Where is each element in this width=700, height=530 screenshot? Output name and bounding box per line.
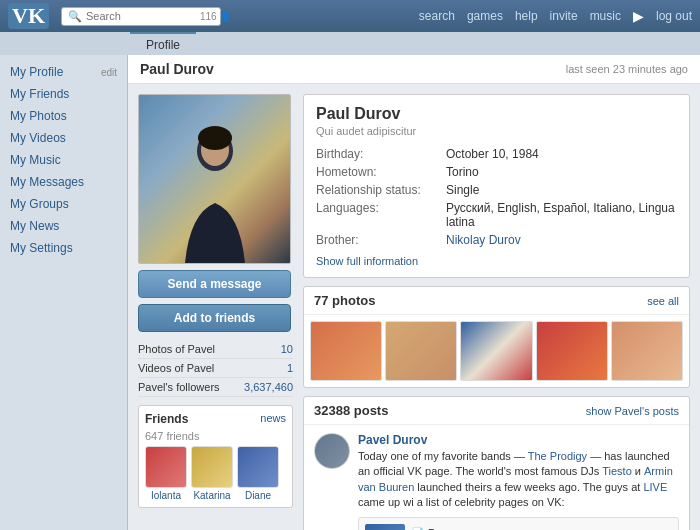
info-hometown: Hometown: Torino (316, 163, 677, 181)
live-link[interactable]: LIVE (643, 481, 667, 493)
info-table: Birthday: October 10, 1984 Hometown: Tor… (316, 145, 677, 249)
info-card: Paul Durov Qui audet adipiscitur Birthda… (303, 94, 690, 278)
shared-post-info: 📄 Page Celebrities on VK Artists, Musici… (411, 524, 558, 530)
profile-tab-bar: Profile (0, 32, 700, 55)
photos-header: 77 photos see all (304, 287, 689, 315)
nav-search[interactable]: search (419, 9, 455, 23)
info-languages: Languages: Русский, English, Español, It… (316, 199, 677, 231)
content-area: Paul Durov last seen 23 minutes ago (128, 55, 700, 530)
post-author[interactable]: Pavel Durov (358, 433, 679, 447)
photo-thumb-4[interactable] (536, 321, 608, 381)
friend-name-3: Diane (237, 490, 279, 501)
right-column: Paul Durov Qui audet adipiscitur Birthda… (303, 94, 690, 530)
posts-count: 32388 posts (314, 403, 388, 418)
person-icon: 👤 (219, 11, 231, 22)
photo-thumb-5[interactable] (611, 321, 683, 381)
post-text: Today one of my favorite bands — The Pro… (358, 449, 679, 511)
shared-post[interactable]: 📄 Page Celebrities on VK Artists, Musici… (358, 517, 679, 530)
stat-photos: Photos of Pavel 10 (138, 340, 293, 359)
play-icon: ▶ (633, 8, 644, 24)
nav-music[interactable]: music (590, 9, 621, 23)
nav-help[interactable]: help (515, 9, 538, 23)
send-message-button[interactable]: Send a message (138, 270, 291, 298)
sidebar-item-mymessages[interactable]: My Messages (0, 171, 127, 193)
photos-card: 77 photos see all (303, 286, 690, 388)
photos-count: 77 photos (314, 293, 375, 308)
profile-body: Send a message Add to friends Photos of … (128, 84, 700, 530)
brother-link[interactable]: Nikolay Durov (446, 233, 521, 247)
friend-avatar-1 (145, 446, 187, 488)
shared-post-avatar (365, 524, 405, 530)
stat-photos-count: 10 (281, 343, 293, 355)
last-seen-status: last seen 23 minutes ago (566, 63, 688, 75)
friends-header: Friends news (145, 412, 286, 426)
left-column: Send a message Add to friends Photos of … (138, 94, 293, 530)
info-brother: Brother: Nikolay Durov (316, 231, 677, 249)
post-header: Pavel Durov Today one of my favorite ban… (314, 433, 679, 530)
page-label: 📄 Page (411, 526, 558, 530)
show-full-info-link[interactable]: Show full information (316, 255, 677, 267)
post-content: Pavel Durov Today one of my favorite ban… (358, 433, 679, 530)
post-avatar (314, 433, 350, 469)
nav-games[interactable]: games (467, 9, 503, 23)
photo-thumb-3[interactable] (460, 321, 532, 381)
stat-followers-label: Pavel's followers (138, 381, 220, 393)
tiesto-link[interactable]: Tiesto (602, 465, 632, 477)
search-icon: 🔍 (68, 10, 82, 23)
friend-item[interactable]: Iolanta (145, 446, 187, 501)
sidebar-item-mysettings[interactable]: My Settings (0, 237, 127, 259)
sidebar-item-myprofile[interactable]: My Profile edit (0, 61, 127, 83)
nav-invite[interactable]: invite (550, 9, 578, 23)
svg-point-2 (198, 126, 232, 150)
person-name: Paul Durov (316, 105, 677, 123)
friend-item[interactable]: Diane (237, 446, 279, 501)
stat-followers-count: 3,637,460 (244, 381, 293, 393)
sidebar: My Profile edit My Friends My Photos My … (0, 55, 128, 530)
nav-logout[interactable]: log out (656, 9, 692, 23)
info-relationship: Relationship status: Single (316, 181, 677, 199)
sidebar-item-mymusic[interactable]: My Music (0, 149, 127, 171)
profile-photo-silhouette (170, 123, 260, 263)
friend-avatar-3 (237, 446, 279, 488)
stat-photos-label: Photos of Pavel (138, 343, 215, 355)
sidebar-item-mygroups[interactable]: My Groups (0, 193, 127, 215)
friends-avatars: Iolanta Katarina Diane (145, 446, 286, 501)
friends-title: Friends (145, 412, 188, 426)
posts-card: 32388 posts show Pavel's posts Pavel Dur… (303, 396, 690, 530)
posts-header: 32388 posts show Pavel's posts (304, 397, 689, 425)
stat-videos-count: 1 (287, 362, 293, 374)
profile-header-bar: Paul Durov last seen 23 minutes ago (128, 55, 700, 84)
photos-see-all-link[interactable]: see all (647, 295, 679, 307)
profile-tab[interactable]: Profile (130, 32, 196, 56)
main-layout: My Profile edit My Friends My Photos My … (0, 55, 700, 530)
friend-item[interactable]: Katarina (191, 446, 233, 501)
search-count: 116 👤 (200, 11, 231, 22)
show-posts-link[interactable]: show Pavel's posts (586, 405, 679, 417)
photos-grid (304, 315, 689, 387)
stat-videos: Videos of Pavel 1 (138, 359, 293, 378)
info-birthday: Birthday: October 10, 1984 (316, 145, 677, 163)
add-to-friends-button[interactable]: Add to friends (138, 304, 291, 332)
person-status: Qui audet adipiscitur (316, 125, 677, 137)
edit-link[interactable]: edit (101, 67, 117, 78)
profile-photo (138, 94, 291, 264)
post-item: Pavel Durov Today one of my favorite ban… (304, 425, 689, 530)
topbar: VK 🔍 116 👤 search games help invite musi… (0, 0, 700, 32)
sidebar-item-myphotos[interactable]: My Photos (0, 105, 127, 127)
friend-avatar-2 (191, 446, 233, 488)
friends-count: 647 friends (145, 430, 286, 442)
photo-thumb-1[interactable] (310, 321, 382, 381)
sidebar-item-mynews[interactable]: My News (0, 215, 127, 237)
friends-news-link[interactable]: news (260, 412, 286, 426)
stat-followers: Pavel's followers 3,637,460 (138, 378, 293, 397)
search-input[interactable] (86, 10, 196, 22)
sidebar-item-myvideos[interactable]: My Videos (0, 127, 127, 149)
stat-videos-label: Videos of Pavel (138, 362, 214, 374)
top-nav: search games help invite music ▶ log out (419, 8, 692, 24)
prodigy-link[interactable]: The Prodigy (528, 450, 587, 462)
photo-thumb-2[interactable] (385, 321, 457, 381)
friend-name-2: Katarina (191, 490, 233, 501)
search-box: 🔍 116 👤 (61, 7, 221, 26)
vk-logo: VK (8, 3, 49, 29)
sidebar-item-myfriends[interactable]: My Friends (0, 83, 127, 105)
